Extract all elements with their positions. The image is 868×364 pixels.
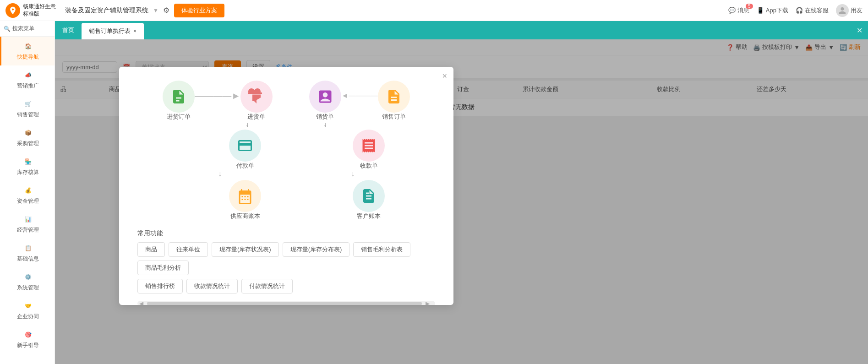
supplier-account-node[interactable]: 供应商账本 [229, 180, 261, 220]
message-button[interactable]: 💬 消息 5 [728, 6, 749, 15]
logo-area: 畅康通好生意 标准版 [5, 3, 60, 18]
scroll-right-arrow[interactable]: ▶ [424, 300, 431, 305]
purchase-bill-node[interactable]: 进货单 [240, 81, 273, 121]
tab-close-all-button[interactable]: ✕ [851, 21, 868, 39]
customer-account-icon [353, 180, 385, 212]
message-badge: 5 [746, 4, 753, 9]
func-btn-sales-ranking[interactable]: 销售排行榜 [137, 279, 183, 293]
sidebar-item-sales[interactable]: 🛒 销售管理 [0, 94, 55, 123]
home-tab-label: 首页 [62, 26, 74, 34]
basic-info-icon: 📋 [23, 243, 33, 253]
modal-close-button[interactable]: × [442, 71, 447, 81]
sidebar-item-label: 营销推广 [17, 82, 39, 90]
sidebar-item-label: 经营管理 [17, 226, 39, 234]
logo-text: 畅康通好生意 标准版 [23, 3, 56, 17]
func-btn-product[interactable]: 商品 [137, 242, 165, 257]
arrow-pb-down: ↓ [227, 121, 268, 128]
sales-icon: 🛒 [23, 99, 33, 109]
purchase-icon: 📦 [23, 128, 33, 138]
tab-sales-order[interactable]: 销售订单执行表 × [82, 23, 144, 39]
arrow-so-sb: ◄———— [341, 92, 378, 110]
top-bar-left: 畅康通好生意 标准版 装备及固定资产辅助管理系统 ▼ ⚙ 体验行业方案 [5, 3, 224, 18]
content-area: 首页 销售订单执行表 × ✕ ❓ 帮助 🖨️ [55, 21, 868, 364]
modal-scrollbar[interactable]: ◀ ▶ [137, 301, 435, 305]
sales-bill-node[interactable]: 销货单 [309, 81, 341, 121]
customer-account-node[interactable]: 客户账本 [353, 180, 385, 220]
func-btn-payment-stats[interactable]: 付款情况统计 [241, 279, 293, 293]
quick-nav-icon: 🏠 [23, 41, 33, 51]
tab-bar: 首页 销售订单执行表 × ✕ [55, 21, 868, 39]
func-btn-counterparty[interactable]: 往来单位 [169, 242, 208, 257]
sidebar-item-enterprise[interactable]: 🤝 企业协同 [0, 296, 55, 325]
sidebar-item-label: 企业协同 [17, 313, 39, 321]
scroll-thumb[interactable] [147, 302, 422, 305]
supplier-account-icon [229, 180, 261, 212]
sidebar-item-operations[interactable]: 📊 经营管理 [0, 210, 55, 239]
sidebar-item-label: 基础信息 [17, 255, 39, 263]
logo-icon [5, 3, 20, 18]
sidebar-item-label: 库存核算 [17, 168, 39, 176]
sales-order-node[interactable]: 销售订单 [378, 81, 410, 121]
payment-label: 付款单 [236, 162, 254, 170]
sidebar-item-guide[interactable]: 🎯 新手引导 [0, 325, 55, 354]
modal-overlay: × 进货订单 [55, 39, 868, 364]
purchase-bill-label: 进货单 [247, 113, 265, 121]
sidebar-item-basic-info[interactable]: 📋 基础信息 [0, 239, 55, 267]
tab-close-button[interactable]: × [133, 28, 136, 34]
payment-node[interactable]: 付款单 [229, 130, 261, 170]
sidebar-search[interactable]: 🔍 搜索菜单 [0, 21, 55, 37]
func-btn-receipt-stats[interactable]: 收款情况统计 [186, 279, 238, 293]
app-download-button[interactable]: 📱 App下载 [757, 6, 788, 15]
arrow-pay-down: ↓ [199, 170, 240, 178]
customer-account-label: 客户账本 [357, 212, 381, 220]
sidebar-item-system[interactable]: ⚙️ 系统管理 [0, 267, 55, 296]
sidebar-item-label: 资金管理 [17, 197, 39, 205]
operations-icon: 📊 [23, 214, 33, 224]
func-btn-inventory-dist[interactable]: 现存量(库存分布表) [283, 242, 350, 257]
supplier-account-label: 供应商账本 [230, 212, 260, 220]
search-icon: 🔍 [4, 26, 11, 32]
top-bar: 畅康通好生意 标准版 装备及固定资产辅助管理系统 ▼ ⚙ 体验行业方案 💬 消息… [0, 0, 868, 21]
common-funcs-title: 常用功能 [137, 229, 435, 238]
func-btn-sales-margin[interactable]: 销售毛利分析表 [353, 242, 410, 257]
sales-order-label: 销售订单 [382, 113, 406, 121]
sidebar-item-inventory[interactable]: 🏪 库存核算 [0, 152, 55, 181]
tab-home[interactable]: 首页 [55, 21, 82, 39]
receipt-node[interactable]: 收款单 [353, 130, 385, 170]
service-icon: 🎧 [796, 7, 803, 14]
marketing-icon: 📣 [23, 70, 33, 80]
online-service-button[interactable]: 🎧 在线客服 [796, 6, 829, 15]
payment-icon [229, 130, 261, 162]
guide-icon: 🎯 [23, 330, 33, 340]
arrow-po-pb: ————► [195, 91, 240, 111]
enterprise-icon: 🤝 [23, 301, 33, 311]
sales-bill-label: 销货单 [316, 113, 334, 121]
system-title: 装备及固定资产辅助管理系统 [65, 6, 148, 15]
quick-nav-modal: × 进货订单 [119, 67, 453, 305]
sidebar-item-finance[interactable]: 💰 资金管理 [0, 181, 55, 210]
try-industry-button[interactable]: 体验行业方案 [174, 4, 224, 17]
purchase-order-node[interactable]: 进货订单 [163, 81, 195, 121]
sidebar-item-marketing[interactable]: 📣 营销推广 [0, 65, 55, 94]
sales-bill-icon [309, 81, 341, 113]
purchase-order-label: 进货订单 [167, 113, 191, 121]
scroll-left-arrow[interactable]: ◀ [137, 300, 145, 305]
app-download-label: App下载 [766, 6, 788, 15]
settings-gear-button[interactable]: ⚙ [163, 6, 169, 15]
sidebar-item-label: 销售管理 [17, 111, 39, 119]
common-funcs-section: 常用功能 商品 往来单位 现存量(库存状况表) 现存量(库存分布表) 销售毛利分… [137, 229, 435, 293]
message-icon: 💬 [728, 7, 736, 14]
arrow-rec-down: ↓ [332, 170, 373, 178]
func-btn-product-margin[interactable]: 商品毛利分析 [137, 261, 189, 275]
system-title-chevron[interactable]: ▼ [153, 7, 158, 14]
func-btn-inventory-status[interactable]: 现存量(库存状况表) [212, 242, 279, 257]
sidebar-item-purchase[interactable]: 📦 采购管理 [0, 123, 55, 152]
func-buttons-row1: 商品 往来单位 现存量(库存状况表) 现存量(库存分布表) 销售毛利分析表 商品… [137, 242, 435, 275]
sidebar-item-quick-nav[interactable]: 🏠 快捷导航 [0, 37, 55, 65]
sidebar-item-label: 采购管理 [17, 140, 39, 147]
arrow-sb-down: ↓ [305, 121, 346, 128]
purchase-order-icon [163, 81, 195, 113]
finance-icon: 💰 [23, 185, 33, 196]
download-icon: 📱 [757, 7, 764, 14]
user-menu[interactable]: 用友 [836, 4, 863, 17]
